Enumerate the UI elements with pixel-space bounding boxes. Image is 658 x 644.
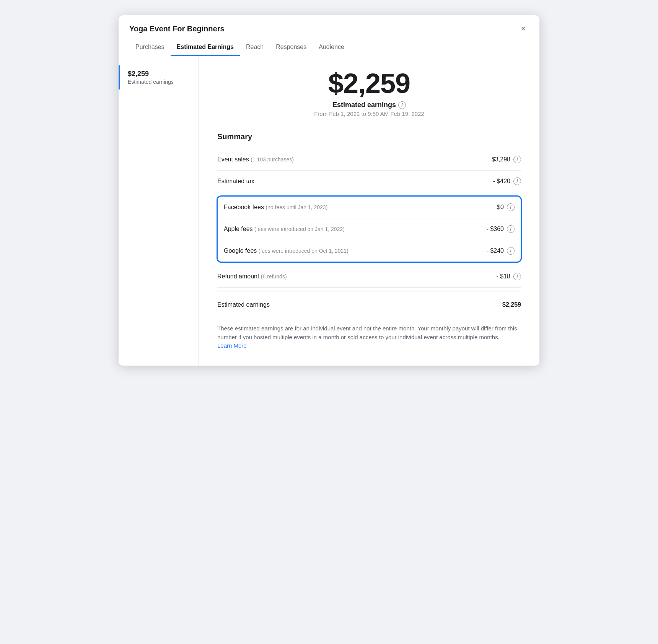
fees-box-wrapper: Facebook fees (no fees until Jan 1, 2023… [217, 192, 521, 266]
close-button[interactable]: × [518, 23, 529, 34]
sidebar-item-earnings[interactable]: $2,259 Estimated earnings [119, 65, 199, 89]
content-area: $2,259 Estimated earnings $2,259 Estimat… [119, 56, 539, 366]
tab-estimated-earnings[interactable]: Estimated Earnings [171, 39, 240, 56]
summary-row-estimated-tax: Estimated tax - $420 i [217, 171, 521, 192]
tabs-bar: PurchasesEstimated EarningsReachResponse… [119, 39, 539, 56]
summary-row-total: Estimated earnings $2,259 [217, 294, 521, 315]
tab-responses[interactable]: Responses [270, 39, 313, 56]
total-label: Estimated earnings [217, 301, 270, 308]
earnings-date-range: From Feb 1, 2022 to 9:50 AM Feb 19, 2022 [217, 111, 521, 117]
summary-row-refund: Refund amount (6 refunds) - $18 i [217, 266, 521, 288]
tab-reach[interactable]: Reach [240, 39, 270, 56]
fees-box: Facebook fees (no fees until Jan 1, 2023… [217, 195, 522, 263]
tab-audience[interactable]: Audience [313, 39, 350, 56]
earnings-info-icon[interactable]: i [398, 101, 406, 109]
earnings-big-label: Estimated earnings i [217, 101, 521, 109]
facebook-fees-info-icon[interactable]: i [507, 203, 515, 211]
facebook-fees-sub: (no fees until Jan 1, 2023) [265, 204, 327, 210]
summary-row-apple-fees: Apple fees (fees were introduced on Jan … [218, 218, 521, 240]
refund-info-icon[interactable]: i [513, 273, 521, 280]
modal-title: Yoga Event For Beginners [129, 24, 225, 33]
google-fees-info-icon[interactable]: i [507, 247, 515, 255]
apple-fees-sub: (fees were introduced on Jan 1, 2022) [254, 226, 345, 232]
event-sales-value: $3,298 i [492, 156, 521, 163]
estimated-tax-value: - $420 i [493, 177, 521, 185]
modal-header: Yoga Event For Beginners × [119, 15, 539, 34]
tab-purchases[interactable]: Purchases [129, 39, 171, 56]
estimated-tax-info-icon[interactable]: i [513, 177, 521, 185]
main-content: $2,259 Estimated earnings i From Feb 1, … [199, 56, 539, 366]
sidebar-label: Estimated earnings [128, 79, 191, 85]
summary-section: Event sales (1,103 purchases) $3,298 i E… [217, 149, 521, 315]
facebook-fees-label: Facebook fees (no fees until Jan 1, 2023… [224, 204, 327, 211]
apple-fees-info-icon[interactable]: i [507, 225, 515, 233]
sidebar-value: $2,259 [128, 70, 191, 78]
event-sales-info-icon[interactable]: i [513, 156, 521, 163]
estimated-tax-label: Estimated tax [217, 178, 254, 185]
total-value: $2,259 [502, 301, 521, 308]
summary-row-google-fees: Google fees (fees were introduced on Oct… [218, 240, 521, 262]
apple-fees-value: - $360 i [487, 225, 515, 233]
event-sales-sub: (1,103 purchases) [251, 156, 294, 163]
sidebar: $2,259 Estimated earnings [119, 56, 199, 366]
earnings-big-number: $2,259 [217, 68, 521, 99]
refund-label: Refund amount (6 refunds) [217, 273, 287, 280]
facebook-fees-value: $0 i [497, 203, 515, 211]
summary-title: Summary [217, 132, 521, 141]
apple-fees-label: Apple fees (fees were introduced on Jan … [224, 226, 345, 233]
learn-more-link[interactable]: Learn More [217, 342, 247, 349]
refund-value: - $18 i [497, 273, 521, 280]
modal: Yoga Event For Beginners × PurchasesEsti… [119, 15, 539, 366]
refund-sub: (6 refunds) [261, 273, 287, 280]
summary-row-event-sales: Event sales (1,103 purchases) $3,298 i [217, 149, 521, 171]
disclaimer-text: These estimated earnings are for an indi… [217, 324, 521, 350]
event-sales-label: Event sales (1,103 purchases) [217, 156, 294, 163]
summary-divider [217, 291, 521, 291]
summary-row-facebook-fees: Facebook fees (no fees until Jan 1, 2023… [218, 197, 521, 218]
google-fees-value: - $240 i [487, 247, 515, 255]
earnings-summary: $2,259 Estimated earnings i From Feb 1, … [217, 68, 521, 117]
google-fees-sub: (fees were introduced on Oct 1, 2021) [259, 248, 349, 254]
google-fees-label: Google fees (fees were introduced on Oct… [224, 247, 349, 254]
